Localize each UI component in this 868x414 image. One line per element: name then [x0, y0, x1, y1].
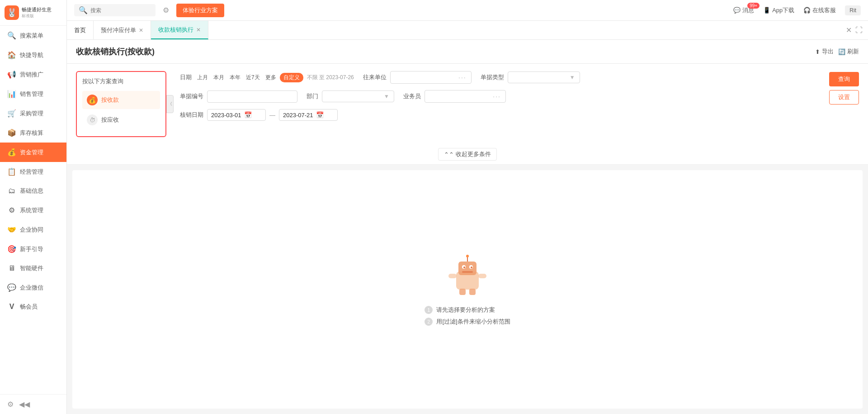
staff-selector[interactable]: ··· [425, 90, 506, 103]
message-button[interactable]: 💬 消息 99+ [733, 6, 754, 14]
svg-point-4 [463, 266, 465, 268]
query-panel: 按以下方案查询 💰 按收款 ⏱ 按应收 《 [76, 71, 166, 137]
tab-home[interactable]: 首页 [67, 21, 94, 39]
page-title: 收款核销执行(按收款) [76, 46, 155, 63]
tab-prepay[interactable]: 预付冲应付单 ✕ [94, 21, 151, 39]
date-hint: 不限 至 2023-07-26 [307, 74, 354, 81]
sidebar-logo: 🐰 畅捷通好生意 标准版 [0, 0, 66, 26]
sidebar-item-quick-nav[interactable]: 🏠 快捷导航 [0, 45, 66, 65]
target-icon: 🎯 [7, 245, 16, 253]
counterpart-selector[interactable]: ··· [390, 71, 472, 84]
close-tab-button[interactable]: ✕ [846, 26, 852, 34]
page-header-actions: ⬆ 导出 🔄 刷新 [815, 48, 859, 62]
svg-point-12 [466, 255, 469, 257]
sidebar-item-basic[interactable]: 🗂 基础信息 [0, 181, 66, 200]
doctype-select[interactable]: ▼ [508, 71, 580, 83]
tab-prepay-close-icon[interactable]: ✕ [139, 27, 143, 33]
receivable-option-icon: ⏱ [87, 114, 98, 125]
settings-footer-icon[interactable]: ⚙ [7, 400, 14, 409]
shortcut-custom[interactable]: 自定义 [280, 73, 303, 82]
docno-input[interactable] [207, 90, 297, 103]
topbar: 🔍 ⚙ 体验行业方案 💬 消息 99+ 📱 App下载 🎧 在线客服 Rit [67, 0, 868, 21]
sidebar-item-label: 企业协同 [20, 226, 43, 234]
search-input[interactable] [90, 7, 145, 14]
content-area: 收款核销执行(按收款) ⬆ 导出 🔄 刷新 按以下方案查询 💰 [67, 40, 868, 414]
dept-select[interactable]: ▼ [322, 90, 394, 102]
query-button[interactable]: 查询 [829, 72, 859, 86]
filter-form-wrapper: 日期 上月 本月 本年 近7天 更多 自定义 不限 至 2023-07-26 [180, 71, 859, 121]
date-shortcuts: 上月 本月 本年 近7天 更多 自定义 [195, 73, 303, 82]
message-icon: 💬 [733, 7, 741, 14]
sidebar-item-guide[interactable]: 🎯 新手引导 [0, 239, 66, 259]
verify-date-end-value: 2023-07-21 [283, 112, 313, 119]
sidebar-item-sales[interactable]: 📊 销售管理 [0, 84, 66, 104]
tip-num-2: 2 [425, 318, 433, 326]
sidebar-item-enterprise[interactable]: 🤝 企业协同 [0, 220, 66, 239]
verify-date-end-input[interactable]: 2023-07-21 📅 [279, 109, 338, 121]
filter-row-2: 单据编号 部门 ▼ 业务员 [180, 90, 824, 103]
tab-collection[interactable]: 收款核销执行 ✕ [151, 21, 208, 39]
dept-field-group: 部门 ▼ [307, 90, 394, 102]
logo-icon: 🐰 [5, 5, 19, 20]
collapse-sidebar-icon[interactable]: ◀◀ [19, 400, 30, 409]
query-option-by-collection[interactable]: 💰 按收款 [82, 91, 160, 109]
chevron-up-icon: ⌃⌃ [444, 151, 454, 158]
shortcut-this-month[interactable]: 本月 [212, 73, 226, 82]
empty-tips: 1 请先选择要分析的方案 2 用[过滤]条件来缩小分析范围 [425, 306, 510, 326]
verify-date-label: 核销日期 [180, 111, 203, 119]
maximize-tab-button[interactable]: ⛶ [855, 26, 863, 34]
sidebar-item-hardware[interactable]: 🖥 智能硬件 [0, 259, 66, 278]
query-option-by-receivable[interactable]: ⏱ 按应收 [82, 111, 160, 129]
export-icon: ⬆ [815, 48, 820, 55]
sidebar-item-purchase[interactable]: 🛒 采购管理 [0, 104, 66, 123]
sidebar-item-wechat[interactable]: 💬 企业微信 [0, 278, 66, 297]
dept-label: 部门 [307, 92, 318, 100]
tab-collection-label: 收款核销执行 [158, 26, 193, 34]
app-download-button[interactable]: 📱 App下载 [763, 6, 794, 14]
svg-rect-9 [459, 289, 466, 295]
collapse-panel-button[interactable]: 《 [166, 95, 174, 113]
gear-icon[interactable]: ⚙ [163, 6, 169, 14]
search-icon: 🔍 [79, 6, 88, 14]
cart-icon: 🛒 [7, 109, 16, 118]
refresh-icon: 🔄 [838, 48, 845, 55]
sidebar-item-member[interactable]: V 畅会员 [0, 297, 66, 316]
main-area: 🔍 ⚙ 体验行业方案 💬 消息 99+ 📱 App下载 🎧 在线客服 Rit 首… [67, 0, 868, 414]
sidebar-item-finance[interactable]: 💰 资金管理 [0, 143, 66, 162]
tab-collection-close-icon[interactable]: ✕ [196, 27, 201, 33]
svg-rect-1 [458, 262, 476, 275]
doctype-field-group: 单据类型 ▼ [481, 71, 580, 83]
sidebar-item-search[interactable]: 🔍 搜索菜单 [0, 26, 66, 45]
settings-icon: ⚙ [7, 206, 16, 214]
sidebar-item-operation[interactable]: 📋 经营管理 [0, 162, 66, 181]
query-panel-title: 按以下方案查询 [82, 77, 160, 86]
sidebar-item-label: 采购管理 [20, 109, 43, 118]
shortcut-more[interactable]: 更多 [264, 73, 278, 82]
export-button[interactable]: ⬆ 导出 [815, 48, 834, 56]
tab-prepay-label: 预付冲应付单 [101, 26, 136, 34]
shortcut-7days[interactable]: 近7天 [244, 73, 262, 82]
headset-icon: 🎧 [803, 7, 811, 14]
shortcut-last-month[interactable]: 上月 [195, 73, 210, 82]
setting-button[interactable]: 设置 [829, 90, 859, 105]
sidebar-item-inventory[interactable]: 📦 库存核算 [0, 123, 66, 143]
chart-icon: 📊 [7, 90, 16, 98]
sidebar-item-system[interactable]: ⚙ 系统管理 [0, 200, 66, 220]
topbar-search-box[interactable]: 🔍 [74, 4, 156, 16]
svg-rect-8 [478, 274, 486, 278]
solution-button[interactable]: 体验行业方案 [176, 4, 224, 17]
user-menu[interactable]: Rit [845, 5, 861, 15]
refresh-button[interactable]: 🔄 刷新 [838, 48, 859, 56]
wechat-icon: 💬 [7, 283, 16, 292]
collapse-more-button[interactable]: ⌃⌃ 收起更多条件 [438, 148, 497, 161]
sidebar-item-label: 库存核算 [20, 129, 43, 137]
online-service-button[interactable]: 🎧 在线客服 [803, 6, 836, 14]
shortcut-this-year[interactable]: 本年 [228, 73, 242, 82]
sidebar-item-label: 企业微信 [20, 284, 43, 292]
sidebar-item-marketing[interactable]: 📢 营销推广 [0, 65, 66, 84]
logo-badge: 标准版 [22, 13, 52, 19]
sidebar-item-label: 智能硬件 [20, 264, 43, 272]
verify-date-start-input[interactable]: 2023-03-01 📅 [207, 109, 266, 121]
docno-label: 单据编号 [180, 92, 203, 100]
handshake-icon: 🤝 [7, 225, 16, 234]
